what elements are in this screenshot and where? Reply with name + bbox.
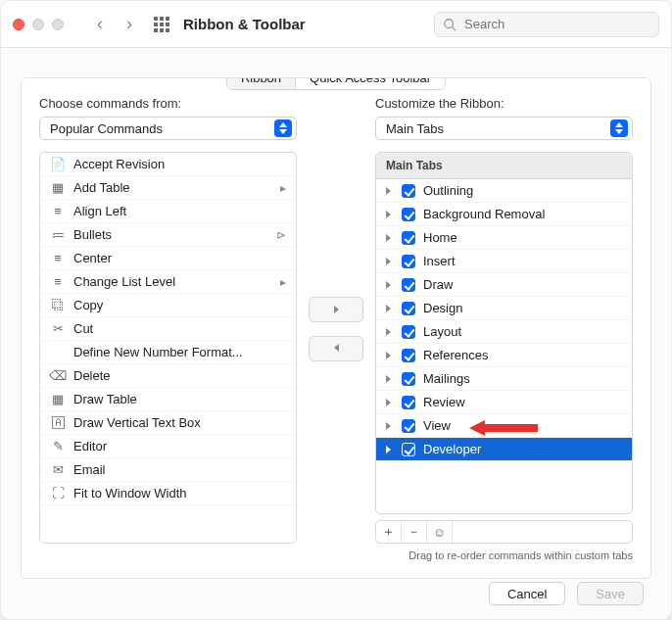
minimize-icon[interactable]	[32, 19, 44, 30]
ribbon-tab-label: Mailings	[423, 371, 470, 386]
list-item-label: Bullets	[73, 227, 112, 242]
list-item-label: Draw Table	[73, 392, 137, 406]
disclosure-icon[interactable]	[386, 277, 394, 292]
cancel-button[interactable]: Cancel	[489, 582, 565, 605]
ribbon-tabs-list[interactable]: Main Tabs OutliningBackground RemovalHom…	[375, 152, 633, 514]
tab-options-button[interactable]: ☺	[427, 521, 453, 543]
footer-buttons: Cancel Save	[489, 582, 644, 605]
choose-commands-combo[interactable]: Popular Commands	[39, 117, 297, 140]
ribbon-tab-item[interactable]: Review	[376, 391, 632, 414]
search-field[interactable]	[434, 12, 659, 37]
checkbox[interactable]	[402, 231, 415, 245]
delete-icon: ⌫	[50, 368, 66, 384]
checkbox[interactable]	[402, 278, 415, 292]
choose-commands-label: Choose commands from:	[39, 96, 297, 111]
list-item[interactable]: ▦Draw Table	[40, 388, 296, 411]
ribbon-tab-item[interactable]: Design	[376, 297, 632, 320]
list-item[interactable]: ≡Align Left	[40, 200, 296, 223]
ribbon-tab-item[interactable]: Background Removal	[376, 203, 632, 226]
ribbon-tab-label: Outlining	[423, 183, 473, 198]
annotation-arrow	[469, 418, 538, 438]
tab-quick-access-toolbar[interactable]: Quick Access Toolbar	[295, 77, 445, 89]
ribbon-tabs-header: Main Tabs	[376, 153, 632, 179]
combo-value: Popular Commands	[50, 121, 163, 136]
checkbox[interactable]	[402, 208, 415, 221]
search-input[interactable]	[462, 16, 650, 32]
vtext-icon: 🄰	[50, 415, 66, 431]
list-item-label: Email	[73, 462, 106, 477]
accept-icon: 📄	[50, 157, 66, 172]
list-item[interactable]: ⌫Delete	[40, 364, 296, 388]
ribbon-tab-label: Draw	[423, 277, 453, 292]
commands-list[interactable]: 📄Accept Revision▦Add Table▸≡Align Left≔B…	[39, 152, 297, 544]
list-item[interactable]: ≡Change List Level▸	[40, 270, 296, 294]
checkbox[interactable]	[402, 184, 415, 198]
list-item-label: Editor	[73, 439, 107, 453]
disclosure-icon[interactable]	[386, 418, 394, 433]
email-icon: ✉	[50, 462, 66, 478]
remove-command-button[interactable]	[309, 336, 363, 361]
list-item[interactable]: ✉Email	[40, 458, 296, 482]
customize-ribbon-combo[interactable]: Main Tabs	[375, 117, 633, 140]
list-item[interactable]: 📄Accept Revision	[40, 153, 296, 176]
ribbon-tab-label: Developer	[423, 442, 481, 456]
editor-icon: ✎	[50, 439, 66, 454]
disclosure-icon[interactable]	[386, 395, 394, 409]
bullets-icon: ≔	[50, 227, 66, 243]
nav-arrows: ‹ ›	[89, 14, 140, 34]
disclosure-icon[interactable]	[386, 254, 394, 268]
checkbox[interactable]	[402, 419, 415, 433]
list-item[interactable]: ✂Cut	[40, 317, 296, 341]
zoom-icon[interactable]	[52, 19, 64, 30]
disclosure-icon[interactable]	[386, 324, 394, 339]
list-item[interactable]: ⛶Fit to Window Width	[40, 482, 296, 505]
list-item[interactable]: ≔Bullets⊳	[40, 223, 296, 247]
save-button[interactable]: Save	[577, 582, 644, 605]
disclosure-icon[interactable]	[386, 301, 394, 315]
ribbon-tab-item[interactable]: Mailings	[376, 367, 632, 391]
checkbox[interactable]	[402, 325, 415, 339]
list-item[interactable]: 🄰Draw Vertical Text Box	[40, 411, 296, 435]
list-item[interactable]: ▦Add Table▸	[40, 176, 296, 200]
combo-value: Main Tabs	[386, 121, 444, 136]
disclosure-icon[interactable]	[386, 348, 394, 362]
list-item[interactable]: ≡Center	[40, 247, 296, 270]
ribbon-tab-item[interactable]: Layout	[376, 320, 632, 344]
list-item[interactable]: ⿻Copy	[40, 294, 296, 317]
tab-ribbon[interactable]: Ribbon	[227, 77, 295, 89]
ribbon-tab-item[interactable]: Draw	[376, 273, 632, 297]
ribbon-tab-item[interactable]: Outlining	[376, 179, 632, 203]
list-item[interactable]: ✎Editor	[40, 435, 296, 458]
disclosure-icon[interactable]	[386, 230, 394, 245]
checkbox[interactable]	[402, 443, 415, 456]
checkbox[interactable]	[402, 302, 415, 315]
close-icon[interactable]	[13, 19, 24, 30]
ribbon-tab-item[interactable]: Developer	[376, 438, 632, 461]
checkbox[interactable]	[402, 396, 415, 409]
split-indicator-icon: ⊳	[276, 228, 286, 242]
disclosure-icon[interactable]	[386, 183, 394, 198]
list-item-label: Cut	[73, 321, 93, 336]
ribbon-tab-item[interactable]: References	[376, 344, 632, 367]
forward-button[interactable]: ›	[119, 14, 140, 34]
add-command-button[interactable]	[309, 297, 363, 322]
remove-tab-button[interactable]: －	[402, 521, 427, 543]
titlebar: ‹ › Ribbon & Toolbar	[1, 1, 671, 48]
ribbon-tab-item[interactable]: Insert	[376, 250, 632, 273]
checkbox[interactable]	[402, 372, 415, 386]
disclosure-icon[interactable]	[386, 371, 394, 386]
disclosure-icon[interactable]	[386, 207, 394, 221]
back-button[interactable]: ‹	[89, 14, 111, 34]
checkbox[interactable]	[402, 255, 415, 268]
ribbon-tab-item[interactable]: Home	[376, 226, 632, 250]
list-item[interactable]: Define New Number Format...	[40, 341, 296, 364]
preferences-window: ‹ › Ribbon & Toolbar Ribbon Quick Access…	[0, 0, 672, 620]
svg-point-0	[445, 19, 454, 27]
add-tab-button[interactable]: ＋	[376, 521, 402, 543]
tab-actions-toolbar: ＋ － ☺	[375, 520, 633, 544]
list-item-label: Draw Vertical Text Box	[73, 415, 201, 430]
list-item-label: Center	[73, 251, 112, 265]
show-all-icon[interactable]	[154, 17, 169, 32]
disclosure-icon[interactable]	[386, 442, 394, 456]
checkbox[interactable]	[402, 349, 415, 362]
